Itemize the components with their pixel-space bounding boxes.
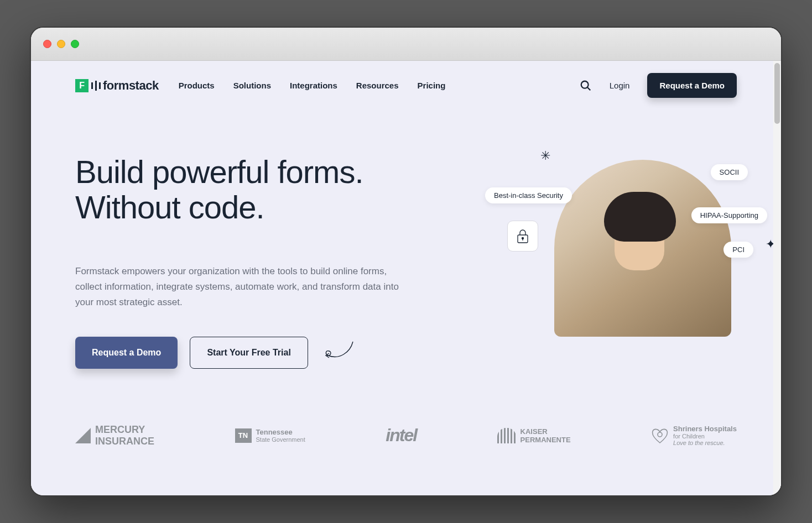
close-window-button[interactable] xyxy=(43,40,51,48)
mercury-line1: MERCURY xyxy=(95,424,154,436)
kaiser-line1: KAISER xyxy=(520,427,571,436)
svg-point-0 xyxy=(581,81,589,88)
logo-tick-icon xyxy=(91,82,93,89)
hero-headline-line1: Build powerful forms. xyxy=(75,154,363,190)
badge-pci: PCI xyxy=(723,242,753,258)
search-icon[interactable] xyxy=(580,80,592,92)
logo-intel: intel xyxy=(386,425,417,446)
minimize-window-button[interactable] xyxy=(57,40,65,48)
badge-socii: SOCII xyxy=(711,164,748,180)
request-demo-button[interactable]: Request a Demo xyxy=(75,337,178,369)
heart-icon xyxy=(651,427,669,444)
mercury-line2: INSURANCE xyxy=(95,436,154,447)
logo-mercury-insurance: MERCURY INSURANCE xyxy=(75,424,154,447)
start-free-trial-button[interactable]: Start Your Free Trial xyxy=(190,337,308,369)
tn-line2: State Government xyxy=(256,436,305,443)
shriners-line3: Love to the rescue. xyxy=(673,440,737,446)
nav-solutions[interactable]: Solutions xyxy=(233,81,271,90)
hero-section: Build powerful forms. Without code. Form… xyxy=(31,110,781,391)
nav-products[interactable]: Products xyxy=(179,81,215,90)
scrollbar-thumb[interactable] xyxy=(774,63,780,124)
hero-right: ✳ ✦ Best-in-class Security SOCII HIPAA-S… xyxy=(493,154,737,369)
badge-security: Best-in-class Security xyxy=(485,187,572,203)
logo-tennessee-gov: TN Tennessee State Government xyxy=(235,428,305,443)
scrollbar[interactable] xyxy=(773,61,781,495)
nav-links: Products Solutions Integrations Resource… xyxy=(179,81,446,90)
window-titlebar xyxy=(31,28,781,61)
logo-shriners: Shriners Hospitals for Children Love to … xyxy=(651,425,737,446)
lock-card xyxy=(507,221,538,252)
page-viewport: F formstack Products Solutions Integrati… xyxy=(31,61,781,495)
client-logos: MERCURY INSURANCE TN Tennessee State Gov… xyxy=(31,413,781,447)
svg-line-1 xyxy=(587,87,591,90)
nav-right: Login Request a Demo xyxy=(580,73,737,98)
logo-kaiser-permanente: KAISER PERMANENTE xyxy=(497,427,571,444)
kaiser-line2: PERMANENTE xyxy=(520,436,571,444)
maximize-window-button[interactable] xyxy=(71,40,79,48)
hero-headline: Build powerful forms. Without code. xyxy=(75,154,482,225)
tn-line1: Tennessee xyxy=(256,428,305,436)
browser-window: F formstack Products Solutions Integrati… xyxy=(30,27,782,496)
intel-text: intel xyxy=(386,425,417,446)
svg-point-5 xyxy=(658,432,662,437)
brand-name: formstack xyxy=(103,79,159,93)
badge-hipaa: HIPAA-Supporting xyxy=(691,207,767,223)
hero-headline-line2: Without code. xyxy=(75,189,264,225)
hero-image xyxy=(554,160,731,337)
shriners-line2: for Children xyxy=(673,433,737,440)
request-demo-nav-button[interactable]: Request a Demo xyxy=(647,73,737,98)
nav-integrations[interactable]: Integrations xyxy=(290,81,337,90)
top-nav: F formstack Products Solutions Integrati… xyxy=(31,61,781,110)
arrow-squiggle-icon xyxy=(322,339,356,367)
logo-tick-icon xyxy=(95,81,97,91)
sparkle-icon: ✳ xyxy=(540,149,550,163)
formstack-icon: F xyxy=(75,79,89,92)
tn-icon: TN xyxy=(235,428,252,443)
hero-subtext: Formstack empowers your organization wit… xyxy=(75,264,402,310)
kaiser-icon xyxy=(497,428,516,443)
hero-left: Build powerful forms. Without code. Form… xyxy=(75,154,482,369)
nav-resources[interactable]: Resources xyxy=(356,81,399,90)
hero-ctas: Request a Demo Start Your Free Trial xyxy=(75,337,482,369)
shriners-line1: Shriners Hospitals xyxy=(673,425,737,433)
lock-icon xyxy=(516,228,530,244)
nav-pricing[interactable]: Pricing xyxy=(418,81,446,90)
mercury-icon xyxy=(75,428,91,443)
login-link[interactable]: Login xyxy=(610,81,630,90)
brand-logo[interactable]: F formstack xyxy=(75,79,159,93)
logo-tick-icon xyxy=(99,82,101,89)
